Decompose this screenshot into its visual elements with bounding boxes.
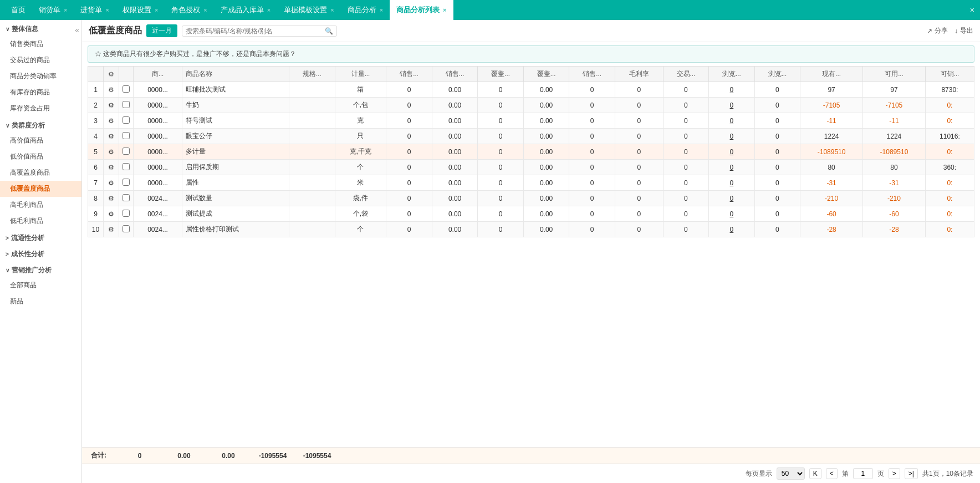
nav-tab-单据模板设置[interactable]: 单据模板设置×	[277, 0, 340, 20]
col-header-browse2[interactable]: 浏览...	[754, 67, 800, 82]
cell-settings[interactable]: ⚙	[104, 98, 119, 113]
cell-browse1[interactable]: 0	[709, 98, 755, 113]
nav-tab-商品分析列表[interactable]: 商品分析列表×	[390, 0, 453, 20]
cell-browse1[interactable]: 0	[709, 191, 755, 206]
cell-browse1[interactable]: 0	[709, 129, 755, 144]
cell-stock3: 0:	[925, 222, 974, 237]
nav-tab-产成品入库单[interactable]: 产成品入库单×	[214, 0, 277, 20]
nav-tab-首页[interactable]: 首页	[4, 0, 32, 20]
cell-browse1[interactable]: 0	[709, 206, 755, 222]
nav-tab-close-权限设置[interactable]: ×	[155, 7, 158, 13]
col-header-sale1[interactable]: 销售...	[386, 67, 432, 82]
nav-tab-close-商品分析[interactable]: ×	[380, 7, 383, 13]
row-checkbox[interactable]	[122, 148, 130, 155]
cell-settings[interactable]: ⚙	[104, 160, 119, 175]
cell-browse1[interactable]: 0	[709, 175, 755, 191]
sidebar-item-有库存的商品[interactable]: 有库存的商品	[0, 84, 81, 100]
sidebar-item-高覆盖度商品[interactable]: 高覆盖度商品	[0, 165, 81, 181]
row-checkbox[interactable]	[122, 101, 130, 108]
cell-browse1[interactable]: 0	[709, 144, 755, 160]
cell-sale1: 0	[386, 98, 432, 113]
nav-tab-close-商品分析列表[interactable]: ×	[443, 7, 446, 13]
cell-settings[interactable]: ⚙	[104, 191, 119, 206]
sidebar-item-低覆盖度商品[interactable]: 低覆盖度商品	[0, 181, 81, 197]
first-page-btn[interactable]: K	[809, 468, 821, 479]
cell-settings[interactable]: ⚙	[104, 175, 119, 191]
col-header-cover2[interactable]: 覆盖...	[523, 67, 569, 82]
cell-settings[interactable]: ⚙	[104, 82, 119, 98]
last-page-btn[interactable]: >|	[905, 468, 918, 479]
cell-settings[interactable]: ⚙	[104, 222, 119, 237]
page-number-input[interactable]	[853, 468, 873, 479]
col-header-gross[interactable]: 毛利率	[615, 67, 663, 82]
cell-name: 启用保质期	[182, 160, 289, 175]
export-button[interactable]: ↓ 导出	[955, 26, 973, 35]
sidebar-item-新品[interactable]: 新品	[0, 293, 81, 309]
col-header-sale2[interactable]: 销售...	[432, 67, 478, 82]
row-checkbox[interactable]	[122, 210, 130, 217]
cell-settings[interactable]: ⚙	[104, 129, 119, 144]
sidebar-item-商品分类动销率[interactable]: 商品分类动销率	[0, 68, 81, 84]
sidebar-item-低价值商品[interactable]: 低价值商品	[0, 149, 81, 165]
nav-tab-商品分析[interactable]: 商品分析×	[341, 0, 390, 20]
nav-tab-进货单[interactable]: 进货单×	[74, 0, 115, 20]
cell-browse1[interactable]: 0	[709, 82, 755, 98]
nav-tab-close-进货单[interactable]: ×	[105, 7, 109, 13]
row-checkbox[interactable]	[122, 85, 130, 93]
col-header-check[interactable]	[119, 67, 134, 82]
col-header-spec[interactable]: 规格...	[289, 67, 335, 82]
cell-browse1[interactable]: 0	[709, 113, 755, 129]
col-header-trade[interactable]: 交易...	[663, 67, 709, 82]
sidebar-item-高毛利商品[interactable]: 高毛利商品	[0, 197, 81, 213]
row-checkbox[interactable]	[122, 194, 130, 201]
next-page-btn[interactable]: >	[889, 468, 900, 479]
col-header-unit[interactable]: 计量...	[335, 67, 386, 82]
col-header-browse1[interactable]: 浏览...	[709, 67, 755, 82]
col-header-stock1[interactable]: 现有...	[800, 67, 863, 82]
prev-page-btn[interactable]: <	[826, 468, 838, 479]
sidebar-collapse-btn[interactable]: «	[75, 26, 79, 34]
nav-tab-销货单[interactable]: 销货单×	[32, 0, 74, 20]
row-checkbox[interactable]	[122, 116, 130, 124]
cell-settings[interactable]: ⚙	[104, 144, 119, 160]
nav-tab-close-产成品入库单[interactable]: ×	[267, 7, 270, 13]
sidebar-section-流通性分析[interactable]: >流通性分析	[0, 229, 81, 245]
col-header-stock2[interactable]: 可用...	[863, 67, 926, 82]
sidebar-item-销售类商品[interactable]: 销售类商品	[0, 36, 81, 52]
col-header-code[interactable]: 商...	[134, 67, 182, 82]
sidebar-section-整体信息[interactable]: ∨整体信息	[0, 20, 81, 36]
sidebar-item-库存资金占用[interactable]: 库存资金占用	[0, 100, 81, 116]
nav-tab-close-销货单[interactable]: ×	[64, 7, 67, 13]
sidebar-item-全部商品[interactable]: 全部商品	[0, 277, 81, 293]
col-header-stock3[interactable]: 可销...	[925, 67, 974, 82]
page-title: 低覆盖度商品	[89, 25, 142, 37]
col-header-name[interactable]: 商品名称	[182, 67, 289, 82]
page-size-select[interactable]: 50 20 100	[777, 467, 805, 480]
share-button[interactable]: ↗ 分享	[927, 26, 948, 35]
cell-settings[interactable]: ⚙	[104, 113, 119, 129]
col-header-sale3[interactable]: 销售...	[569, 67, 615, 82]
sidebar-section-营销推广分析[interactable]: ∨营销推广分析	[0, 261, 81, 277]
row-checkbox[interactable]	[122, 132, 130, 139]
close-all-tabs[interactable]: ×	[970, 6, 974, 14]
nav-tab-角色授权[interactable]: 角色授权×	[165, 0, 213, 20]
period-button[interactable]: 近一月	[146, 24, 177, 37]
col-header-cover1[interactable]: 覆盖...	[478, 67, 524, 82]
sidebar-item-低毛利商品[interactable]: 低毛利商品	[0, 213, 81, 229]
sidebar-item-交易过的商品[interactable]: 交易过的商品	[0, 52, 81, 68]
cell-settings[interactable]: ⚙	[104, 206, 119, 222]
sidebar-section-成长性分析[interactable]: >成长性分析	[0, 245, 81, 261]
row-checkbox[interactable]	[122, 179, 130, 186]
sidebar-item-高价值商品[interactable]: 高价值商品	[0, 133, 81, 149]
nav-tab-权限设置[interactable]: 权限设置×	[116, 0, 165, 20]
cell-browse1[interactable]: 0	[709, 222, 755, 237]
row-checkbox[interactable]	[122, 225, 130, 232]
search-input[interactable]	[186, 27, 325, 35]
sidebar-section-类群度分析[interactable]: ∨类群度分析	[0, 116, 81, 133]
col-header-settings[interactable]: ⚙	[104, 67, 119, 82]
cell-browse1[interactable]: 0	[709, 160, 755, 175]
nav-tab-close-角色授权[interactable]: ×	[203, 7, 207, 13]
nav-tab-close-单据模板设置[interactable]: ×	[330, 7, 334, 13]
row-checkbox[interactable]	[122, 163, 130, 170]
cell-name: 眼宝公仔	[182, 129, 289, 144]
